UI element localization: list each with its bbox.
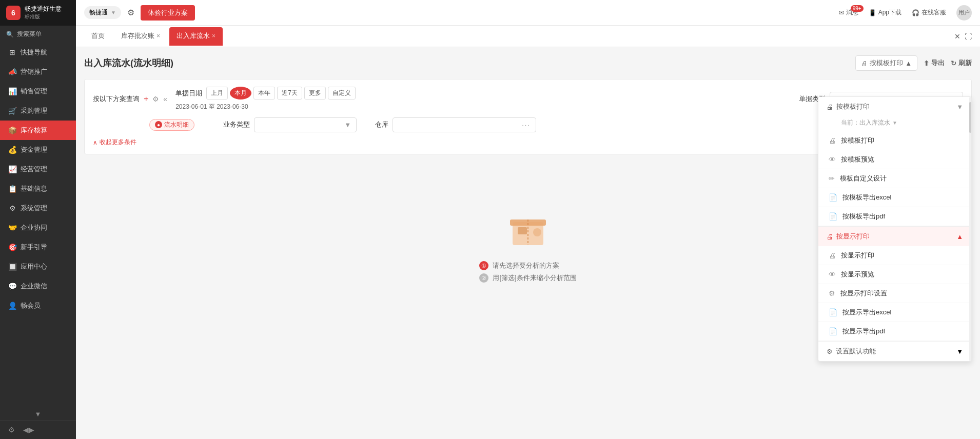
sidebar-item-collab[interactable]: 🤝 企业协同	[0, 218, 76, 237]
disp-excel-label: 按显示导出excel	[842, 308, 891, 317]
page-content: 出入库流水(流水明细) 🖨 按模板打印 ▲ ⬆ 导出 ↻ 刷新	[76, 47, 980, 439]
basics-icon: 📋	[8, 185, 16, 193]
warehouse-select[interactable]: ···	[393, 117, 536, 132]
empty-illustration	[502, 202, 554, 253]
date-more[interactable]: 更多	[304, 87, 326, 99]
dropdown-item-template-excel[interactable]: 📄 按模板导出excel	[818, 188, 971, 207]
date-last-7days[interactable]: 近7天	[277, 87, 302, 99]
refresh-button[interactable]: ↻ 刷新	[951, 58, 972, 68]
display-items-group: 🖨 按显示打印 👁 按显示预览 ⚙ 按显示打印设置 📄 按显示导出excel 📄	[818, 246, 971, 342]
sidebar-item-system[interactable]: ⚙ 系统管理	[0, 198, 76, 218]
tab-home[interactable]: 首页	[84, 27, 112, 46]
sidebar-item-basics[interactable]: 📋 基础信息	[0, 179, 76, 198]
sidebar-item-finance[interactable]: 💰 资金管理	[0, 140, 76, 159]
sidebar-logo: 6 畅捷通好生意 标准版	[0, 0, 76, 26]
export-button[interactable]: ⬆ 导出	[924, 58, 945, 68]
filter-gear-icon[interactable]: ⚙	[152, 95, 159, 103]
sidebar-item-operation[interactable]: 📈 经营管理	[0, 159, 76, 179]
sidebar-search[interactable]: 🔍 搜索菜单	[0, 26, 76, 43]
template-section-arrow: ▼	[956, 103, 963, 111]
maximize-window-icon[interactable]: ⛶	[965, 32, 972, 41]
template-print-section-header[interactable]: 🖨 按模板打印 ▼	[818, 97, 971, 116]
current-caret-icon: ▼	[892, 120, 897, 126]
sidebar-scroll-down[interactable]: ▼	[0, 408, 76, 420]
sidebar-item-quick-nav[interactable]: ⊞ 快捷导航	[0, 43, 76, 62]
dropdown-footer[interactable]: ⚙ 设置默认功能 ▼	[818, 342, 971, 361]
export-label: 导出	[931, 58, 945, 68]
date-filter-row: 单据日期 上月 本月 本年 近7天 更多 自定义	[175, 87, 356, 99]
dropdown-scrollbar[interactable]	[969, 97, 971, 361]
disp-preview-label: 按显示预览	[841, 270, 874, 279]
tab-batch-account[interactable]: 库存批次账 ×	[114, 27, 167, 46]
page-header: 出入库流水(流水明细) 🖨 按模板打印 ▲ ⬆ 导出 ↻ 刷新	[84, 55, 972, 71]
sales-icon: 📊	[8, 87, 16, 95]
account-switcher[interactable]: 畅捷通 ▼	[84, 6, 121, 19]
notification-btn[interactable]: ✉ 消息 99+	[839, 8, 858, 17]
dropdown-item-display-pdf[interactable]: 📄 按显示导出pdf	[818, 322, 971, 341]
print-dropdown-panel: 🖨 按模板打印 ▼ 当前：出入库流水 ▼ 🖨 按模板打印 👁 按模板预览	[818, 96, 972, 362]
step2-num: ②	[479, 273, 488, 283]
date-last-month[interactable]: 上月	[206, 87, 228, 99]
filter-add-button[interactable]: +	[144, 94, 148, 104]
display-section-arrow: ▲	[956, 233, 963, 241]
app-logo-icon: 6	[6, 6, 21, 20]
display-print-section-header[interactable]: 🖨 按显示打印 ▲	[818, 227, 971, 246]
dropdown-item-template-design[interactable]: ✏ 模板自定义设计	[818, 169, 971, 188]
date-quick-buttons: 上月 本月 本年 近7天 更多 自定义	[206, 87, 356, 99]
sidebar-gear-icon[interactable]: ⚙	[8, 426, 15, 434]
sidebar-item-member[interactable]: 👤 畅会员	[0, 296, 76, 315]
user-avatar[interactable]: 用户	[956, 5, 972, 21]
sidebar-item-inventory[interactable]: 📦 库存核算	[0, 121, 76, 140]
dropdown-item-template-pdf[interactable]: 📄 按模板导出pdf	[818, 207, 971, 226]
sidebar-item-marketing[interactable]: 📣 营销推广	[0, 62, 76, 82]
sidebar-item-sales[interactable]: 📊 销售管理	[0, 82, 76, 101]
sidebar-item-app-center[interactable]: 🔲 应用中心	[0, 257, 76, 276]
svg-rect-3	[518, 227, 527, 234]
default-func-arrow: ▼	[956, 348, 963, 355]
tpl-pdf-icon: 📄	[829, 212, 837, 221]
business-type-select[interactable]: ▼	[254, 117, 357, 132]
tag-flow-icon: ●	[155, 121, 162, 128]
tab-stock-flow[interactable]: 出入库流水 ×	[169, 27, 223, 46]
disp-pdf-label: 按显示导出pdf	[842, 327, 885, 336]
sidebar-item-guide[interactable]: 🎯 新手引导	[0, 237, 76, 257]
trial-button[interactable]: 体验行业方案	[141, 5, 195, 21]
dropdown-item-display-preview[interactable]: 👁 按显示预览	[818, 265, 971, 284]
disp-settings-icon: ⚙	[829, 289, 835, 297]
sidebar-item-purchase[interactable]: 🛒 采购管理	[0, 101, 76, 121]
app-download-btn[interactable]: 📱 App下载	[869, 8, 901, 17]
date-filter-group: 单据日期 上月 本月 本年 近7天 更多 自定义 2023-06-01 至 20…	[175, 87, 356, 111]
disp-print-label: 按显示打印	[841, 251, 874, 260]
filter-section-label: 按以下方案查询	[93, 94, 140, 104]
print-label: 按模板打印	[870, 58, 903, 68]
page-title-actions: 🖨 按模板打印 ▲ ⬆ 导出 ↻ 刷新	[855, 55, 972, 71]
sidebar-item-label: 库存核算	[21, 126, 47, 135]
svg-point-4	[533, 228, 541, 236]
tab-stock-flow-close[interactable]: ×	[212, 32, 215, 39]
quick-nav-icon: ⊞	[8, 48, 16, 56]
close-window-icon[interactable]: ✕	[954, 32, 961, 41]
sidebar-fold-icon[interactable]: ◀▶	[23, 426, 34, 434]
dropdown-item-display-excel[interactable]: 📄 按显示导出excel	[818, 303, 971, 322]
date-custom[interactable]: 自定义	[328, 87, 356, 99]
dropdown-item-display-print[interactable]: 🖨 按显示打印	[818, 246, 971, 265]
warehouse-more-icon: ···	[522, 121, 531, 129]
default-func-text: 设置默认功能	[836, 347, 876, 356]
sidebar-item-wechat[interactable]: 💬 企业微信	[0, 276, 76, 296]
dropdown-item-display-settings[interactable]: ⚙ 按显示打印设置	[818, 284, 971, 303]
tab-batch-account-close[interactable]: ×	[156, 32, 160, 39]
inventory-icon: 📦	[8, 126, 16, 134]
print-template-button[interactable]: 🖨 按模板打印 ▲	[855, 55, 917, 71]
dropdown-item-template-preview[interactable]: 👁 按模板预览	[818, 150, 971, 169]
date-current-month[interactable]: 本月	[230, 87, 251, 99]
sidebar-item-label: 新手引导	[21, 243, 47, 252]
topbar-gear-icon[interactable]: ⚙	[127, 8, 134, 17]
sidebar: 6 畅捷通好生意 标准版 🔍 搜索菜单 ⊞ 快捷导航 📣 营销推广 📊 销售管理…	[0, 0, 76, 439]
sidebar-item-label: 资金管理	[21, 145, 47, 154]
empty-svg	[502, 202, 554, 253]
tab-window-controls: ✕ ⛶	[954, 32, 972, 41]
dropdown-item-template-print[interactable]: 🖨 按模板打印	[818, 131, 971, 150]
date-current-year[interactable]: 本年	[253, 87, 275, 99]
filter-collapse-icon[interactable]: «	[163, 95, 167, 103]
service-btn[interactable]: 🎧 在线客服	[912, 8, 946, 17]
